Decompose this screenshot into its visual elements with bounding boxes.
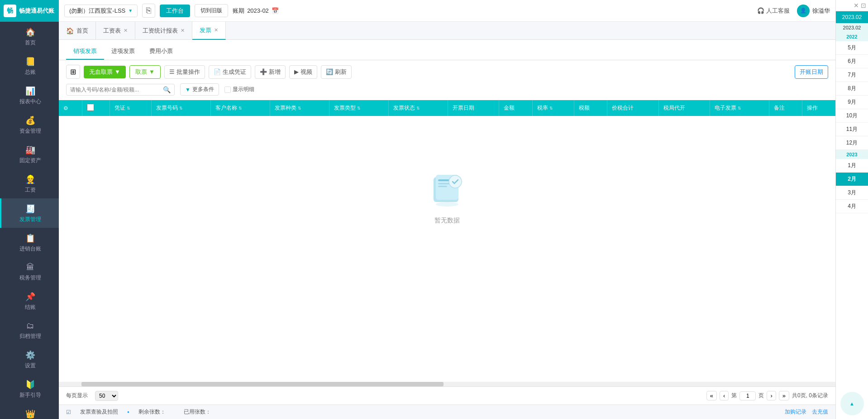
scrollbar-thumb[interactable] [81,382,444,386]
empty-illustration [424,166,470,211]
sidebar-item-reports[interactable]: 📊 报表中心 [0,81,59,110]
copy-button[interactable]: ⎘ [142,4,155,18]
new-button[interactable]: ➕ 新增 [255,65,286,79]
sidebar-item-close[interactable]: 📌 结账 [0,286,59,316]
period-info: 账期 2023-02 📅 [233,7,279,15]
tab-invoice[interactable]: 发票 ✕ [192,22,226,40]
search-icon[interactable]: 🔍 [163,86,171,93]
sidebar-item-sales[interactable]: 📋 进销台账 [0,228,59,257]
show-detail-checkbox[interactable] [224,87,231,93]
col-e-invoice[interactable]: 电子发票⇅ [710,100,769,116]
prev-page-button[interactable]: ‹ [720,391,729,400]
col-amount[interactable]: 金额 [499,100,533,116]
sidebar-item-invoice-label: 发票管理 [19,216,41,223]
tab-payroll-report-close[interactable]: ✕ [181,28,185,34]
sidebar-item-guide[interactable]: 🔰 新手引导 [0,374,59,404]
year-2023-text: 2023 [846,152,857,157]
switch-version-button[interactable]: 切到旧版 [195,4,228,17]
sidebar-item-fixed-assets[interactable]: 🏭 固定资产 [0,140,59,169]
month-2022-6[interactable]: 6月 [836,55,868,68]
col-voucher[interactable]: 凭证⇅ [110,100,151,116]
month-2022-5[interactable]: 5月 [836,41,868,55]
page-size-select[interactable]: 50 10 20 100 [95,391,118,401]
page-number-input[interactable] [739,391,756,400]
tab-payroll-report[interactable]: 工资统计报表 ✕ [135,22,192,40]
tab-invoice-close[interactable]: ✕ [214,27,218,33]
col-invoice-status[interactable]: 发票状态⇅ [388,100,448,116]
month-2022-10[interactable]: 10月 [836,109,868,123]
col-open-date[interactable]: 开票日期 [448,100,499,116]
horizontal-scrollbar[interactable] [59,382,835,386]
col-settings[interactable]: ⚙ [59,100,82,116]
more-filter-button[interactable]: ▼ 更多条件 [180,83,219,96]
panel-expand-button[interactable]: ⊡ [861,2,866,9]
sidebar-item-payroll[interactable]: 👷 工资 [0,169,59,198]
table-wrap: ⚙ 凭证⇅ 发票号码⇅ 客户名称⇅ [59,100,835,382]
right-panel: ✕ ⊡ 2023.02 2023.02 2022 5月 6月 7月 8月 9月 … [835,0,868,419]
company-selector[interactable]: (勿删）江西股宝-LSS ▼ [64,5,138,17]
grid-settings-button[interactable]: ⊞ [66,65,80,79]
col-invoice-no[interactable]: 发票号码⇅ [151,100,210,116]
tab-home[interactable]: 🏠 首页 [59,22,96,40]
month-2023-2[interactable]: 2月 [836,173,868,186]
month-2022-12[interactable]: 12月 [836,136,868,150]
filter-row: 🔍 ▼ 更多条件 显示明细 [59,83,835,100]
next-page-button[interactable]: › [767,391,776,400]
toolbar: ⊞ 无血取票 ▼ 取票 ▼ ☰ 批量操作 📄 生成凭证 ➕ 新增 [59,60,835,83]
period-calendar-icon[interactable]: 📅 [272,7,279,14]
gen-voucher-button[interactable]: 📄 生成凭证 [209,65,251,79]
col-tax-total[interactable]: 价税合计 [607,100,658,116]
go-buy-link[interactable]: 去充值 [812,408,828,416]
month-2022-9[interactable]: 9月 [836,96,868,109]
tab-payroll[interactable]: 工资表 ✕ [96,22,135,40]
col-checkbox[interactable] [82,100,110,116]
refresh-button[interactable]: 🔄 刷新 [321,65,352,79]
col-invoice-cat[interactable]: 发票类型⇅ [329,100,388,116]
tab-invoice-label: 发票 [200,26,211,34]
tab-payroll-close[interactable]: ✕ [124,28,128,34]
month-2022-7[interactable]: 7月 [836,68,868,82]
add-record-link[interactable]: 加购记录 [785,408,806,416]
col-tax-rate[interactable]: 税率⇅ [532,100,574,116]
sidebar-item-funds[interactable]: 💰 资金管理 [0,110,59,140]
month-2023-4[interactable]: 4月 [836,200,868,213]
batch-op-button[interactable]: ☰ 批量操作 [164,65,205,79]
sidebar-item-invoice[interactable]: 🧾 发票管理 [0,198,59,228]
no-blood-invoice-button[interactable]: 无血取票 ▼ [84,66,126,78]
sidebar-item-archive-label: 归档管理 [19,332,41,340]
sidebar-item-home[interactable]: 🏠 首页 [0,22,59,51]
col-action[interactable]: 操作 [802,100,835,116]
header-right: 🎧 人工客服 👤 徐溢华 [757,5,830,17]
video-button[interactable]: ▶ 视频 [289,65,317,79]
month-2022-11[interactable]: 11月 [836,123,868,136]
sidebar-item-archive[interactable]: 🗂 归档管理 [0,316,59,345]
workbench-button[interactable]: 工作台 [160,5,190,17]
open-period-button[interactable]: 开账日期 [795,65,828,79]
show-detail-wrap[interactable]: 显示明细 [224,86,254,93]
panel-scroll-up-button[interactable]: ▲ [840,392,864,415]
sidebar-item-member[interactable]: 👑 畅会员 [0,404,59,419]
sidebar-item-settings[interactable]: ⚙️ 设置 [0,345,59,374]
last-page-button[interactable]: » [779,391,789,400]
month-2023-1[interactable]: 1月 [836,159,868,173]
panel-close-button[interactable]: ✕ [854,2,859,9]
sub-tab-expense-receipt[interactable]: 费用小票 [142,44,180,60]
search-input[interactable] [70,87,160,93]
col-tax[interactable]: 税额 [574,100,607,116]
col-customer-name[interactable]: 客户名称⇅ [210,100,270,116]
customer-service-button[interactable]: 🎧 人工客服 [757,7,790,15]
first-page-button[interactable]: « [706,391,717,400]
sub-tab-sales-invoice[interactable]: 销项发票 [66,44,104,60]
sidebar-item-tax[interactable]: 🏛 税务管理 [0,257,59,286]
month-2022-8[interactable]: 8月 [836,82,868,96]
col-tax-code[interactable]: 税局代开 [658,100,710,116]
select-all-checkbox[interactable] [87,104,94,111]
col-invoice-type[interactable]: 发票种类⇅ [270,100,329,116]
sub-tab-purchase-invoice[interactable]: 进项发票 [104,44,142,60]
col-remark[interactable]: 备注 [769,100,802,116]
user-info[interactable]: 👤 徐溢华 [797,5,830,17]
month-2023-3[interactable]: 3月 [836,186,868,200]
user-name: 徐溢华 [812,7,830,15]
get-invoice-button[interactable]: 取票 ▼ [129,65,161,79]
sidebar-item-ledger[interactable]: 📒 总账 [0,51,59,81]
